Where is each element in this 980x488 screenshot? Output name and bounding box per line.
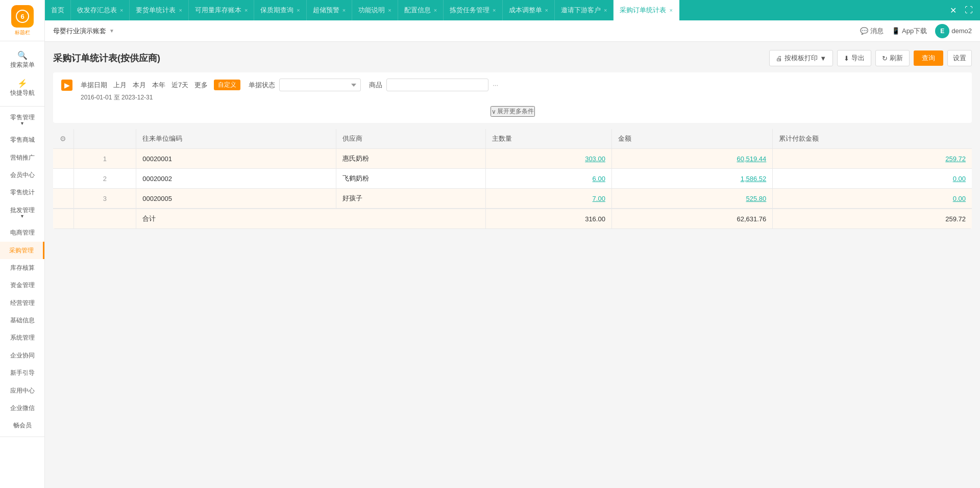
main-qty-link[interactable]: 6.00 bbox=[593, 175, 605, 183]
main-qty-cell: 6.00 bbox=[486, 169, 612, 189]
amount-link[interactable]: 525.80 bbox=[746, 195, 767, 202]
footer-label-cell: 合计 bbox=[136, 209, 486, 229]
maximize-window-button[interactable]: ⛶ bbox=[962, 4, 976, 17]
tab-close-icon[interactable]: × bbox=[297, 7, 300, 13]
sidebar-item-vip-member[interactable]: 畅会员 bbox=[0, 417, 44, 434]
custom-date-tag[interactable]: 自定义 bbox=[214, 80, 240, 90]
tab-home[interactable]: 首页 bbox=[45, 0, 71, 20]
export-button[interactable]: ⬇ 导出 bbox=[837, 50, 871, 66]
tab-label: 收发存汇总表 bbox=[77, 6, 117, 15]
tab-close-icon[interactable]: × bbox=[493, 7, 496, 13]
tab-order-summary[interactable]: 要货单统计表× bbox=[130, 0, 188, 20]
user-avatar-area[interactable]: E demo2 bbox=[935, 24, 972, 38]
sidebar-item-enterprise-wechat[interactable]: 企业微信 bbox=[0, 399, 44, 417]
content-area: 采购订单统计表(按供应商) 🖨 按模板打印 ▼ ⬇ 导出 ↻ 刷新 查询 设置 bbox=[45, 42, 980, 488]
sidebar-item-marketing[interactable]: 营销推广 bbox=[0, 149, 44, 166]
goods-more-icon[interactable]: ··· bbox=[493, 81, 498, 89]
date-shortcut-更多[interactable]: 更多 bbox=[192, 80, 210, 91]
tab-close-icon[interactable]: × bbox=[669, 7, 672, 13]
goods-input[interactable] bbox=[386, 79, 488, 91]
query-button[interactable]: 查询 bbox=[914, 50, 943, 66]
supplier-name-cell: 飞鹤奶粉 bbox=[336, 169, 486, 189]
tab-function-desc[interactable]: 功能说明× bbox=[352, 0, 398, 20]
row-settings-cell bbox=[53, 189, 74, 209]
print-button[interactable]: 🖨 按模板打印 ▼ bbox=[769, 50, 833, 66]
filter-toggle-button[interactable]: ▶ bbox=[61, 80, 72, 91]
tab-available-inventory[interactable]: 可用量库存账本× bbox=[189, 0, 254, 20]
settings-button[interactable]: 设置 bbox=[947, 50, 972, 66]
sidebar-item-finance[interactable]: 资金管理 bbox=[0, 276, 44, 294]
data-table: ⚙往来单位编码供应商主数量金额累计付款金额 1 00020001 惠氏奶粉 30… bbox=[53, 129, 972, 229]
sidebar-item-operations[interactable]: 经营管理 bbox=[0, 294, 44, 312]
tab-close-icon[interactable]: × bbox=[545, 7, 548, 13]
tab-overstock-warning[interactable]: 超储预警× bbox=[307, 0, 352, 20]
app-download-button[interactable]: 📱 App下载 bbox=[892, 27, 927, 36]
tab-close-icon[interactable]: × bbox=[434, 7, 437, 13]
paid-amount-link[interactable]: 259.72 bbox=[945, 155, 966, 163]
tab-config-info[interactable]: 配置信息× bbox=[398, 0, 444, 20]
paid-amount-link[interactable]: 0.00 bbox=[953, 175, 966, 183]
tab-pick-task[interactable]: 拣货任务管理× bbox=[444, 0, 502, 20]
sidebar-item-retail-stats[interactable]: 零售统计 bbox=[0, 184, 44, 201]
sidebar-item-sys-manage[interactable]: 系统管理 bbox=[0, 329, 44, 346]
data-table-container: ⚙往来单位编码供应商主数量金额累计付款金额 1 00020001 惠氏奶粉 30… bbox=[53, 129, 972, 229]
sidebar-item-new-guide[interactable]: 新手引导 bbox=[0, 364, 44, 381]
col-header-settings: ⚙ bbox=[53, 129, 74, 149]
expand-more-button[interactable]: ∨ 展开更多条件 bbox=[491, 106, 535, 117]
sidebar-item-quick-nav[interactable]: ⚡ 快捷导航 bbox=[4, 73, 40, 101]
page-header: 采购订单统计表(按供应商) 🖨 按模板打印 ▼ ⬇ 导出 ↻ 刷新 查询 设置 bbox=[53, 50, 972, 66]
tab-invite-downstream[interactable]: 邀请下游客户× bbox=[555, 0, 614, 20]
goods-filter-group: 商品 ··· bbox=[369, 79, 498, 91]
tab-purchase-order-summary[interactable]: 采购订单统计表× bbox=[614, 0, 679, 20]
message-button[interactable]: 💬 消息 bbox=[860, 27, 884, 36]
tab-cost-adjust[interactable]: 成本调整单× bbox=[503, 0, 555, 20]
col-header-amount: 金额 bbox=[611, 129, 772, 149]
print-dropdown-arrow: ▼ bbox=[820, 55, 826, 62]
amount-link[interactable]: 1,586.52 bbox=[741, 175, 767, 183]
sidebar-item-retail-mall[interactable]: 零售商城 bbox=[0, 131, 44, 148]
export-icon: ⬇ bbox=[844, 55, 849, 62]
top-bar-right: ✕ ⛶ bbox=[947, 4, 980, 17]
sidebar-item-purchase-manage[interactable]: 采购管理 bbox=[0, 242, 44, 259]
workspace-name: 母婴行业演示账套 bbox=[53, 27, 106, 36]
sidebar-item-app-center[interactable]: 应用中心 bbox=[0, 382, 44, 399]
expand-arrow: ▼ bbox=[20, 121, 24, 126]
sidebar-item-search[interactable]: 🔍 搜索菜单 bbox=[4, 45, 40, 73]
status-select[interactable] bbox=[279, 79, 361, 91]
sidebar: 6 标题栏 🔍 搜索菜单 ⚡ 快捷导航 零售管理▼零售商城营销推广会员中心零售统… bbox=[0, 0, 45, 488]
sidebar-item-enterprise-coop[interactable]: 企业协同 bbox=[0, 347, 44, 364]
tab-close-icon[interactable]: × bbox=[120, 7, 123, 13]
amount-link[interactable]: 60,519.44 bbox=[737, 155, 766, 163]
sidebar-item-inventory[interactable]: 库存核算 bbox=[0, 259, 44, 276]
column-settings-icon[interactable]: ⚙ bbox=[60, 135, 66, 143]
date-shortcut-本月[interactable]: 本月 bbox=[131, 80, 148, 91]
main-qty-link[interactable]: 303.00 bbox=[585, 155, 605, 163]
date-label: 单据日期 bbox=[81, 81, 107, 90]
logo-text: 标题栏 bbox=[15, 29, 30, 36]
table-footer-row: 合计 316.00 62,631.76 259.72 bbox=[53, 209, 972, 229]
refresh-button[interactable]: ↻ 刷新 bbox=[875, 50, 910, 66]
date-shortcut-上月[interactable]: 上月 bbox=[111, 80, 129, 91]
sidebar-item-member-center[interactable]: 会员中心 bbox=[0, 166, 44, 184]
tab-close-icon[interactable]: × bbox=[388, 7, 391, 13]
status-label: 单据状态 bbox=[249, 81, 275, 90]
goods-label: 商品 bbox=[369, 81, 382, 90]
sidebar-item-ecommerce[interactable]: 电商管理 bbox=[0, 224, 44, 241]
main-qty-link[interactable]: 7.00 bbox=[593, 195, 605, 202]
tab-close-icon[interactable]: × bbox=[179, 7, 182, 13]
tab-receive-summary[interactable]: 收发存汇总表× bbox=[71, 0, 130, 20]
tab-close-icon[interactable]: × bbox=[342, 7, 346, 13]
date-shortcut-近7天[interactable]: 近7天 bbox=[169, 80, 190, 91]
tab-expiry-query[interactable]: 保质期查询× bbox=[254, 0, 306, 20]
quick-nav-icon: ⚡ bbox=[17, 79, 28, 88]
date-shortcut-本年[interactable]: 本年 bbox=[150, 80, 167, 91]
close-window-button[interactable]: ✕ bbox=[947, 4, 960, 17]
workspace-selector[interactable]: 母婴行业演示账套 ▼ bbox=[53, 27, 114, 36]
tab-close-icon[interactable]: × bbox=[604, 7, 607, 13]
sidebar-item-wholesale-manage[interactable]: 批发管理▼ bbox=[0, 201, 44, 224]
sidebar-item-basic-info[interactable]: 基础信息 bbox=[0, 312, 44, 329]
tab-close-icon[interactable]: × bbox=[244, 7, 248, 13]
footer-index-cell bbox=[74, 209, 136, 229]
sidebar-item-retail-manage[interactable]: 零售管理▼ bbox=[0, 109, 44, 131]
paid-amount-link[interactable]: 0.00 bbox=[953, 195, 966, 202]
